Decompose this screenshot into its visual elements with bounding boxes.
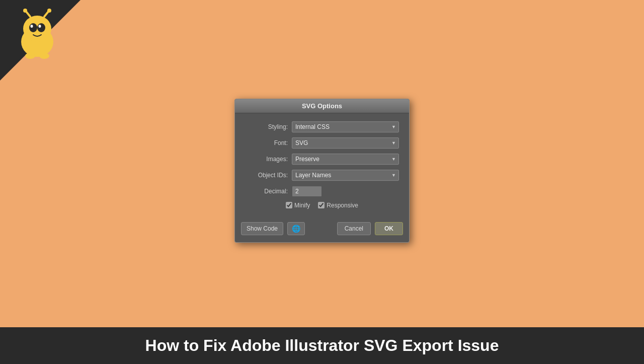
images-select[interactable]: Preserve Embed Link bbox=[292, 154, 399, 165]
object-ids-select-wrapper: Layer Names Minimal Unique bbox=[292, 170, 399, 181]
dialog-titlebar: SVG Options bbox=[235, 99, 409, 113]
checkbox-row: Minify Responsive bbox=[245, 202, 399, 209]
font-label: Font: bbox=[245, 139, 288, 147]
svg-line-8 bbox=[44, 12, 48, 17]
show-code-button[interactable]: Show Code bbox=[241, 222, 283, 235]
responsive-label: Responsive bbox=[327, 202, 358, 209]
logo-mascot bbox=[11, 8, 64, 60]
minify-label: Minify bbox=[294, 202, 310, 209]
dialog-body: Styling: Internal CSS Inline Style Prese… bbox=[235, 113, 409, 222]
decimal-row: Decimal: bbox=[245, 186, 399, 197]
cancel-button[interactable]: Cancel bbox=[337, 222, 371, 235]
svg-point-5 bbox=[39, 25, 41, 28]
object-ids-select[interactable]: Layer Names Minimal Unique bbox=[292, 170, 399, 181]
svg-point-2 bbox=[29, 23, 37, 32]
responsive-checkbox-label[interactable]: Responsive bbox=[318, 202, 358, 209]
font-row: Font: SVG Convert to Outline None bbox=[245, 137, 399, 149]
svg-point-3 bbox=[37, 23, 45, 32]
minify-checkbox[interactable] bbox=[286, 202, 292, 208]
styling-row: Styling: Internal CSS Inline Style Prese… bbox=[245, 121, 399, 132]
svg-point-1 bbox=[23, 16, 51, 42]
styling-select[interactable]: Internal CSS Inline Style Presentation A… bbox=[292, 121, 399, 132]
font-select-wrapper: SVG Convert to Outline None bbox=[292, 137, 399, 149]
svg-point-11 bbox=[39, 53, 49, 59]
styling-select-wrapper: Internal CSS Inline Style Presentation A… bbox=[292, 121, 399, 132]
svg-point-7 bbox=[23, 9, 27, 13]
decimal-label: Decimal: bbox=[245, 188, 288, 195]
dialog-title: SVG Options bbox=[302, 102, 342, 110]
svg-point-4 bbox=[31, 25, 33, 28]
responsive-checkbox[interactable] bbox=[318, 202, 325, 208]
font-select[interactable]: SVG Convert to Outline None bbox=[292, 137, 399, 149]
svg-options-dialog: SVG Options Styling: Internal CSS Inline… bbox=[234, 99, 410, 243]
object-ids-row: Object IDs: Layer Names Minimal Unique bbox=[245, 170, 399, 181]
images-select-wrapper: Preserve Embed Link bbox=[292, 154, 399, 165]
dialog-footer: Show Code 🌐 Cancel OK bbox=[235, 222, 409, 242]
svg-line-6 bbox=[26, 12, 30, 17]
bottom-title-bar: How to Fix Adobe Illustrator SVG Export … bbox=[0, 327, 644, 364]
minify-checkbox-label[interactable]: Minify bbox=[286, 202, 310, 209]
ok-button[interactable]: OK bbox=[375, 222, 403, 235]
svg-point-10 bbox=[25, 53, 35, 59]
dialog-overlay: SVG Options Styling: Internal CSS Inline… bbox=[234, 99, 410, 243]
styling-label: Styling: bbox=[245, 123, 288, 130]
object-ids-label: Object IDs: bbox=[245, 172, 288, 179]
globe-button[interactable]: 🌐 bbox=[287, 222, 305, 235]
decimal-input[interactable] bbox=[292, 186, 322, 197]
images-label: Images: bbox=[245, 156, 288, 163]
svg-point-9 bbox=[47, 9, 51, 13]
images-row: Images: Preserve Embed Link bbox=[245, 154, 399, 165]
bottom-title-text: How to Fix Adobe Illustrator SVG Export … bbox=[145, 336, 499, 354]
